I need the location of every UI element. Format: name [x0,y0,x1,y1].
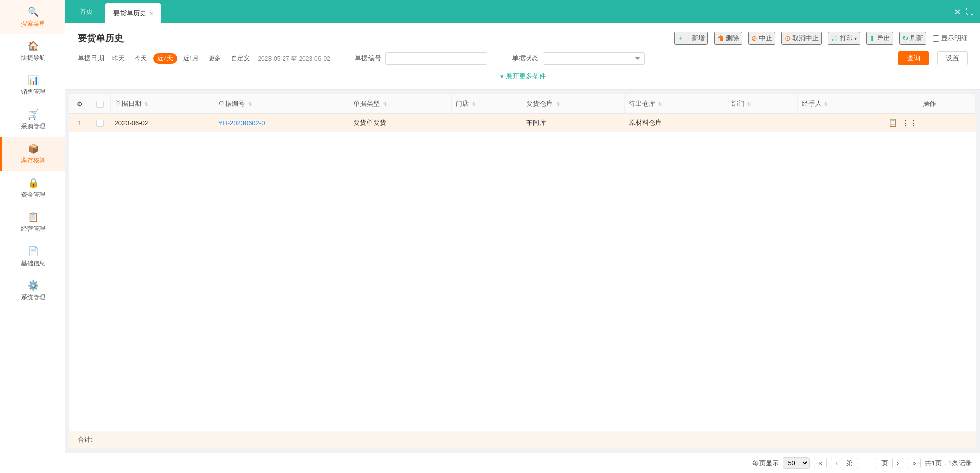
sidebar-item-sales[interactable]: 📊 销售管理 [0,68,65,103]
cancel-stop-button[interactable]: ⊙ 取消中止 [781,32,822,45]
sales-icon: 📊 [28,75,39,86]
new-button[interactable]: ＋ + 新增 [674,32,708,45]
settings-button[interactable]: 设置 [937,51,968,65]
store-sort-icon: ⇅ [472,101,476,107]
col-store[interactable]: 门店 ⇅ [452,94,522,114]
topbar: 首页 要货单历史 × ✕ ⛶ [65,0,980,23]
row-type: 要货单要货 [349,114,452,132]
basicinfo-icon: 📄 [28,246,39,257]
sidebar-item-purchase[interactable]: 🛒 采购管理 [0,103,65,137]
per-page-select[interactable]: 50 20 100 [783,457,810,469]
row-date: 2023-06-02 [110,114,214,132]
number-sort-icon: ⇅ [248,101,252,107]
refresh-button[interactable]: ↻ 刷新 [899,32,926,45]
print-dropdown-icon[interactable]: ▾ [854,36,857,41]
sidebar-item-inventory[interactable]: 📦 库存核算 [0,137,65,171]
order-number-input[interactable] [385,52,487,65]
row-req-warehouse: 车间库 [522,114,624,132]
date-btn-more[interactable]: 更多 [205,53,225,64]
action-icons-group: 📋 ⋮⋮ [888,118,971,127]
stop-button[interactable]: ⊘ 中止 [748,32,775,45]
row-checkbox-cell[interactable] [90,114,110,132]
filter-row-1: 单据日期 昨天 今天 近7天 近1月 更多 自定义 2023-05-27 至 2… [78,51,968,65]
status-label: 单据状态 [512,54,538,63]
row-view-icon[interactable]: 📋 [888,118,898,127]
row-number[interactable]: YH-20230602-0 [214,114,349,132]
cancel-icon: ⊙ [785,34,791,42]
sidebar-item-finance[interactable]: 🔒 资金管理 [0,171,65,205]
expand-conditions-button[interactable]: ▾ 展开更多条件 [496,69,550,83]
row-actions: 📋 ⋮⋮ [884,114,975,132]
refresh-icon: ↻ [902,34,909,42]
table-head: ⚙ 单据日期 ⇅ 单据编号 ⇅ 单据类型 ⇅ [69,94,976,114]
col-type[interactable]: 单据类型 ⇅ [349,94,452,114]
total-info: 共1页，1条记录 [925,459,972,468]
window-maximize-icon[interactable]: ⛶ [966,7,974,16]
col-handler[interactable]: 经手人 ⇅ [797,94,884,114]
search-menu-icon: 🔍 [28,6,39,17]
sidebar-item-search[interactable]: 🔍 搜索菜单 [0,0,65,34]
page-number-input[interactable]: 1 [857,458,877,468]
display-detail-toggle[interactable]: 显示明细 [933,34,968,43]
order-number-label: 单据编号 [355,54,381,63]
print-button[interactable]: 🖨 打印 ▾ [828,32,860,45]
col-settings[interactable]: ⚙ [69,94,90,114]
table-row: 1 2023-06-02 YH-20230602-0 要货单要货 车间库 原材料… [69,114,976,132]
row-number-link[interactable]: YH-20230602-0 [218,119,265,127]
display-detail-checkbox[interactable] [933,35,939,42]
select-all-checkbox[interactable] [96,101,104,108]
prev-page-button[interactable]: ‹ [831,458,842,468]
sidebar-item-system[interactable]: ⚙️ 系统管理 [0,274,65,308]
delete-icon: 🗑 [717,34,724,42]
expand-row: ▾ 展开更多条件 [78,69,968,83]
export-icon: ⬆ [869,34,875,42]
pending-warehouse-sort-icon: ⇅ [658,101,663,107]
order-number-filter-group: 单据编号 [355,52,487,65]
window-close-icon[interactable]: ✕ [954,7,961,17]
sidebar-item-quicknav[interactable]: 🏠 快捷导航 [0,34,65,68]
row-more-icon[interactable]: ⋮⋮ [902,118,917,127]
col-checkbox [90,94,110,114]
table-body: 1 2023-06-02 YH-20230602-0 要货单要货 车间库 原材料… [69,114,976,132]
sidebar-item-basicinfo[interactable]: 📄 基础信息 [0,240,65,274]
first-page-button[interactable]: « [814,458,826,468]
print-icon: 🖨 [831,34,838,42]
row-checkbox[interactable] [96,120,104,127]
table-header-row: ⚙ 单据日期 ⇅ 单据编号 ⇅ 单据类型 ⇅ [69,94,976,114]
date-btn-yesterday[interactable]: 昨天 [108,53,129,64]
date-btn-last7days[interactable]: 近7天 [153,53,177,64]
topbar-right-controls: ✕ ⛶ [954,7,974,17]
delete-button[interactable]: 🗑 删除 [714,32,742,45]
col-pending-warehouse[interactable]: 待出仓库 ⇅ [624,94,727,114]
row-department [727,114,797,132]
col-number[interactable]: 单据编号 ⇅ [214,94,349,114]
last-page-button[interactable]: » [908,458,920,468]
operation-icon: 📋 [28,211,39,223]
tab-home[interactable]: 首页 [71,0,101,23]
status-filter-group: 单据状态 [512,52,645,65]
status-select[interactable] [543,52,645,65]
filter-area: 单据日期 昨天 今天 近7天 近1月 更多 自定义 2023-05-27 至 2… [78,51,968,89]
col-action: 操作 [884,94,975,114]
date-btn-custom[interactable]: 自定义 [227,53,254,64]
handler-sort-icon: ⇅ [824,101,828,107]
tab-close-icon[interactable]: × [150,10,153,16]
date-btn-last1month[interactable]: 近1月 [179,53,203,64]
tab-requisition-history[interactable]: 要货单历史 × [105,3,161,23]
row-store [452,114,522,132]
query-button[interactable]: 查询 [898,51,929,65]
table-container: ⚙ 单据日期 ⇅ 单据编号 ⇅ 单据类型 ⇅ [69,94,976,448]
export-button[interactable]: ⬆ 导出 [866,32,893,45]
col-date[interactable]: 单据日期 ⇅ [110,94,214,114]
date-btn-today[interactable]: 今天 [131,53,151,64]
new-icon: ＋ [677,34,684,43]
date-filter-options: 昨天 今天 近7天 近1月 更多 自定义 [108,53,254,64]
col-req-warehouse[interactable]: 要货仓库 ⇅ [522,94,624,114]
sidebar-item-operation[interactable]: 📋 经营管理 [0,205,65,240]
sidebar: 🔍 搜索菜单 🏠 快捷导航 📊 销售管理 🛒 采购管理 📦 库存核算 🔒 资金管… [0,0,65,473]
page-header: 要货单历史 ＋ + 新增 🗑 删除 ⊘ 中止 ⊙ [65,23,980,90]
date-filter-group: 单据日期 昨天 今天 近7天 近1月 更多 自定义 2023-05-27 至 2… [78,53,330,64]
col-department[interactable]: 部门 ⇅ [727,94,797,114]
next-page-button[interactable]: › [892,458,903,468]
row-index: 1 [69,114,90,132]
